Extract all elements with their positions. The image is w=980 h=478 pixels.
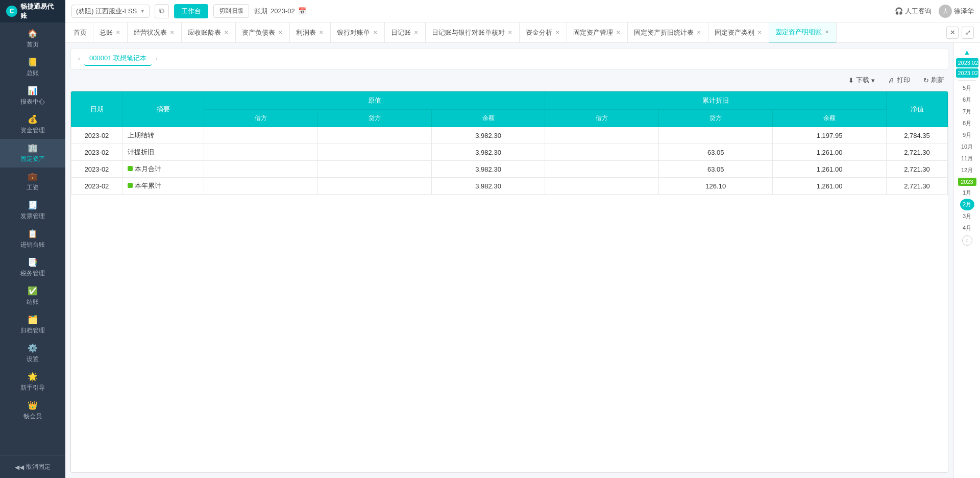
tab-close-icon[interactable]: ✕ <box>318 29 324 36</box>
sidebar-item-salary[interactable]: 💼 工资 <box>0 168 65 196</box>
cell-orig-debit <box>204 178 318 195</box>
unpin-button[interactable]: ◀◀ 取消固定 <box>0 456 65 478</box>
tab-bank-statement[interactable]: 银行对账单 ✕ <box>331 22 385 43</box>
tab-asset-mgmt[interactable]: 固定资产管理 ✕ <box>567 22 628 43</box>
date-nav-month-9[interactable]: 9月 <box>954 129 980 141</box>
cell-depr-balance: 1,261.00 <box>773 178 887 195</box>
date-nav-month-12[interactable]: 12月 <box>954 164 980 176</box>
date-nav-month-2-active[interactable]: 2月 <box>960 199 974 210</box>
account-period: 账期 2023-02 📅 <box>254 7 306 16</box>
sidebar-item-sales[interactable]: 📋 进销台账 <box>0 225 65 253</box>
date-nav-month-10[interactable]: 10月 <box>954 141 980 153</box>
date-nav-month-1[interactable]: 1月 <box>954 187 980 199</box>
tab-journal[interactable]: 日记账 ✕ <box>385 22 426 43</box>
calendar-icon[interactable]: 📅 <box>298 7 306 15</box>
tab-close-icon[interactable]: ✕ <box>696 29 702 36</box>
maximize-button[interactable]: ⤢ <box>962 27 974 39</box>
tab-close-icon[interactable]: ✕ <box>554 29 560 36</box>
date-nav-month-7[interactable]: 7月 <box>954 106 980 117</box>
work-table-button[interactable]: 工作台 <box>174 4 208 18</box>
tab-close-icon[interactable]: ✕ <box>824 29 830 35</box>
sub-tab-asset[interactable]: 000001 联想笔记本 <box>84 52 152 66</box>
tab-asset-depreciation-stats[interactable]: 固定资产折旧统计表 ✕ <box>628 22 708 43</box>
tab-fund-analysis[interactable]: 资金分析 ✕ <box>520 22 567 43</box>
tab-ar-aging[interactable]: 应收账龄表 ✕ <box>182 22 236 43</box>
tab-ledger[interactable]: 总账 ✕ <box>93 22 128 43</box>
col-date: 日期 <box>71 92 122 127</box>
download-button[interactable]: ⬇ 下载 ▾ <box>844 74 879 87</box>
close-all-tabs-button[interactable]: ✕ <box>946 27 959 39</box>
tab-balance-sheet[interactable]: 资产负债表 ✕ <box>236 22 290 43</box>
tab-asset-detail[interactable]: 固定资产明细账 ✕ <box>769 22 837 43</box>
table-row: 2023-02 本月合计 3,982.30 63.05 1,261.00 2,7… <box>71 161 948 178</box>
sidebar-item-archive[interactable]: 🗂️ 归档管理 <box>0 310 65 339</box>
sidebar-item-ledger[interactable]: 📒 总账 <box>0 53 65 82</box>
date-nav-month-3[interactable]: 3月 <box>954 210 980 222</box>
cell-date: 2023-02 <box>71 161 122 178</box>
tab-close-icon[interactable]: ✕ <box>169 29 175 36</box>
subtotal-badge <box>128 183 133 188</box>
date-nav-month-8[interactable]: 8月 <box>954 117 980 129</box>
tab-close-icon[interactable]: ✕ <box>413 29 419 36</box>
date-nav-circle[interactable]: ○ <box>962 235 972 246</box>
date-nav-year-2023-label2[interactable]: 2023.02 <box>956 68 978 78</box>
tab-label: 经营状况表 <box>134 28 167 37</box>
tab-label: 固定资产类别 <box>715 28 754 37</box>
col-orig-debit: 借方 <box>204 110 318 127</box>
tab-asset-category[interactable]: 固定资产类别 ✕ <box>708 22 769 43</box>
tab-close-icon[interactable]: ✕ <box>372 29 378 36</box>
sub-tab-label: 000001 联想笔记本 <box>89 54 146 62</box>
company-selector[interactable]: (劝阻) 江西服业-LSS ▼ <box>71 5 150 18</box>
sidebar-item-reports[interactable]: 📊 报表中心 <box>0 82 65 110</box>
date-nav-year-2023-label[interactable]: 2023.02 <box>956 58 978 67</box>
tab-journal-reconcile[interactable]: 日记账与银行对账单核对 ✕ <box>426 22 520 43</box>
cell-depr-debit <box>545 161 659 178</box>
sidebar-item-closing[interactable]: ✅ 结账 <box>0 282 65 310</box>
switch-old-button[interactable]: 切到旧版 <box>213 4 249 18</box>
tab-close-icon[interactable]: ✕ <box>277 29 283 36</box>
cell-depr-credit: 63.05 <box>659 161 773 178</box>
tab-close-icon[interactable]: ✕ <box>507 29 513 36</box>
tab-management-status[interactable]: 经营状况表 ✕ <box>128 22 182 43</box>
sidebar-item-settings[interactable]: ⚙️ 设置 <box>0 339 65 368</box>
sub-tab-prev-icon[interactable]: ‹ <box>76 54 82 63</box>
table-row: 2023-02 上期结转 3,982.30 1,197.95 2,784.35 <box>71 127 948 144</box>
cell-depr-credit <box>659 127 773 144</box>
tab-home[interactable]: 首页 <box>67 22 93 43</box>
tab-close-icon[interactable]: ✕ <box>115 29 121 36</box>
human-service-btn[interactable]: 🎧 人工客询 <box>895 7 932 16</box>
date-navigator: ▲ 2023.02 2023.02 5月 6月 7月 8月 9月 10月 11月… <box>953 43 980 478</box>
sidebar-item-guide[interactable]: 🌟 新手引导 <box>0 368 65 396</box>
sidebar-item-home[interactable]: 🏠 首页 <box>0 25 65 53</box>
date-nav-month-5[interactable]: 5月 <box>954 82 980 94</box>
tab-label: 资金分析 <box>526 28 552 37</box>
tab-bar-actions: ✕ ⤢ <box>946 27 978 39</box>
tab-close-icon[interactable]: ✕ <box>615 29 621 36</box>
user-profile[interactable]: 人 徐泽华 <box>939 5 974 18</box>
cell-summary: 上期结转 <box>122 127 204 144</box>
tab-close-icon[interactable]: ✕ <box>756 29 763 36</box>
date-nav-month-11[interactable]: 11月 <box>954 153 980 164</box>
sidebar-item-funds[interactable]: 💰 资金管理 <box>0 110 65 139</box>
sidebar-item-tax[interactable]: 📑 税务管理 <box>0 253 65 282</box>
sidebar-item-invoice[interactable]: 🧾 发票管理 <box>0 196 65 225</box>
tab-label: 应收账龄表 <box>188 28 221 37</box>
copy-button[interactable]: ⧉ <box>155 4 169 18</box>
date-nav-month-4[interactable]: 4月 <box>954 222 980 234</box>
refresh-button[interactable]: ↻ 刷新 <box>919 74 948 87</box>
tab-label: 总账 <box>100 28 113 37</box>
cell-orig-credit <box>317 127 431 144</box>
date-nav-year-badge[interactable]: 2023 <box>958 178 976 186</box>
print-button[interactable]: 🖨 打印 <box>884 74 914 87</box>
closing-icon: ✅ <box>28 286 38 296</box>
sidebar-item-vip[interactable]: 👑 畅会员 <box>0 396 65 425</box>
sidebar-item-fixed-assets[interactable]: 🏢 固定资产 <box>0 139 65 168</box>
sub-tab-next-icon[interactable]: › <box>154 54 160 63</box>
tab-profit[interactable]: 利润表 ✕ <box>290 22 331 43</box>
date-nav-divider <box>958 80 976 81</box>
reports-icon: 📊 <box>28 86 38 95</box>
date-nav-month-6[interactable]: 6月 <box>954 94 980 106</box>
cell-net-value: 2,721.30 <box>887 178 948 195</box>
date-nav-scroll-up[interactable]: ▲ <box>964 46 971 58</box>
tab-close-icon[interactable]: ✕ <box>223 29 229 36</box>
